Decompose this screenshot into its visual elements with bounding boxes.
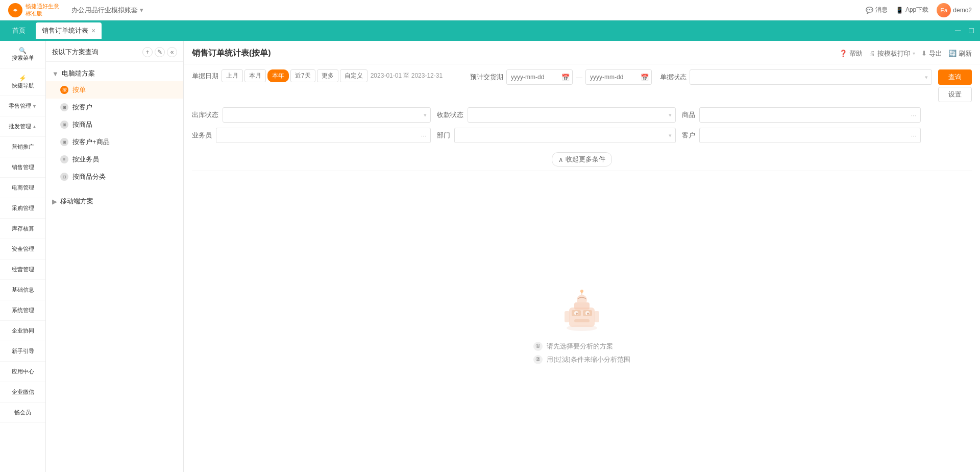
mobile-icon: 📱 bbox=[896, 7, 903, 14]
delivery-status-select[interactable] bbox=[223, 107, 431, 123]
tab-minimize-icon[interactable]: ─ bbox=[953, 24, 963, 37]
product-dots[interactable]: ··· bbox=[911, 111, 916, 119]
message-icon: 💬 bbox=[866, 7, 873, 14]
sidebar-item-wechat[interactable]: 企业微信 bbox=[0, 382, 45, 403]
retail-arrow-icon: ▼ bbox=[32, 104, 37, 109]
scheme-item-by-category[interactable]: ⊟ 按商品分类 bbox=[46, 168, 183, 185]
scheme-section-title-desktop[interactable]: ▼ 电脑端方案 bbox=[46, 66, 183, 81]
svg-point-9 bbox=[587, 313, 589, 315]
expected-date-label: 预计交货期 bbox=[470, 73, 503, 82]
user-menu[interactable]: Ea demo2 bbox=[937, 3, 972, 17]
wholesale-arrow-icon: ▲ bbox=[32, 124, 37, 129]
sidebar-item-sales[interactable]: 销售管理 bbox=[0, 157, 45, 178]
scheme-item-by-order[interactable]: 按 按单 bbox=[46, 81, 183, 99]
page-title: 销售订单统计表(按单) bbox=[192, 48, 271, 59]
top-bar-left: 畅捷通好生意 标准版 办公用品行业模拟账套 ▾ bbox=[8, 3, 143, 17]
scheme-collapse-button[interactable]: « bbox=[167, 47, 177, 57]
scheme-item-by-customer-product[interactable]: ⊞ 按客户+商品 bbox=[46, 133, 183, 151]
sidebar-item-purchase[interactable]: 采购管理 bbox=[0, 198, 45, 219]
sidebar-item-appstore[interactable]: 应用中心 bbox=[0, 362, 45, 382]
scheme-add-button[interactable]: + bbox=[142, 47, 153, 57]
sidebar-item-ecommerce[interactable]: 电商管理 bbox=[0, 178, 45, 198]
help-icon: ❓ bbox=[839, 50, 847, 57]
status-select[interactable] bbox=[690, 69, 932, 85]
template-print-button[interactable]: 🖨 按模板打印 ▾ bbox=[869, 49, 915, 58]
help-button[interactable]: ❓ 帮助 bbox=[839, 49, 863, 58]
svg-point-8 bbox=[576, 313, 578, 315]
scheme-section-mobile: ▶ 移动端方案 bbox=[46, 190, 183, 213]
scheme-header-actions: + ✎ « bbox=[142, 47, 177, 57]
customer-label: 客户 bbox=[682, 131, 695, 140]
department-label: 部门 bbox=[437, 131, 450, 140]
tab-bar-actions: ─ □ bbox=[953, 24, 976, 37]
date-label: 单据日期 bbox=[192, 72, 218, 81]
sidebar-item-collaboration[interactable]: 企业协同 bbox=[0, 321, 45, 341]
logo-area[interactable]: 畅捷通好生意 标准版 bbox=[8, 3, 59, 17]
delivery-status-label: 出库状态 bbox=[192, 110, 218, 120]
sidebar-item-shortcuts[interactable]: ⚡ 快捷导航 bbox=[0, 68, 45, 96]
payment-status-select[interactable] bbox=[468, 107, 676, 123]
sidebar-item-search[interactable]: 🔍 搜索菜单 bbox=[0, 41, 45, 68]
shortcuts-icon: ⚡ bbox=[3, 75, 42, 82]
collapse-more-button[interactable]: ∧ 收起更多条件 bbox=[552, 152, 612, 167]
date-btn-7days[interactable]: 近7天 bbox=[290, 69, 315, 82]
date-range-display: 2023-01-01 至 2023-12-31 bbox=[371, 72, 443, 80]
sidebar-item-marketing[interactable]: 营销推广 bbox=[0, 137, 45, 157]
sidebar-item-system[interactable]: 系统管理 bbox=[0, 300, 45, 321]
print-icon: 🖨 bbox=[869, 50, 875, 57]
app-download-button[interactable]: 📱 App下载 bbox=[896, 6, 928, 14]
section-arrow-icon: ▼ bbox=[52, 70, 59, 78]
date-btn-more[interactable]: 更多 bbox=[317, 69, 338, 82]
scheme-icon-product: ⊞ bbox=[60, 121, 68, 129]
refresh-button[interactable]: 🔄 刷新 bbox=[948, 49, 972, 58]
date-btn-this-year[interactable]: 本年 bbox=[267, 69, 289, 82]
date-btn-last-month[interactable]: 上月 bbox=[222, 69, 243, 82]
tab-close-icon[interactable]: × bbox=[91, 27, 95, 35]
status-label: 单据状态 bbox=[660, 73, 687, 82]
empty-hint-2: ② 用[过滤]条件来缩小分析范围 bbox=[533, 355, 630, 364]
tab-home[interactable]: 首页 bbox=[4, 20, 34, 41]
scheme-item-by-product[interactable]: ⊞ 按商品 bbox=[46, 116, 183, 133]
scheme-item-by-customer[interactable]: ⊞ 按客户 bbox=[46, 99, 183, 116]
print-dropdown-icon: ▾ bbox=[913, 51, 915, 56]
tab-bar: 首页 销售订单统计表 × ─ □ bbox=[0, 20, 980, 41]
svg-point-11 bbox=[577, 295, 587, 305]
calendar-to-icon: 📅 bbox=[641, 74, 649, 81]
refresh-icon: 🔄 bbox=[948, 50, 957, 57]
sidebar-item-guide[interactable]: 新手引导 bbox=[0, 341, 45, 362]
svg-rect-5 bbox=[574, 319, 590, 322]
sidebar-item-vip[interactable]: 畅会员 bbox=[0, 403, 45, 423]
query-actions: 查询 设置 bbox=[938, 69, 972, 102]
calendar-from-icon: 📅 bbox=[561, 74, 570, 81]
date-btn-this-month[interactable]: 本月 bbox=[244, 69, 266, 82]
scheme-icon-customer-product: ⊞ bbox=[60, 138, 68, 146]
collapse-icon: « bbox=[170, 49, 174, 56]
tab-active[interactable]: 销售订单统计表 × bbox=[36, 22, 102, 39]
hint-num-2: ② bbox=[533, 355, 543, 364]
setting-button[interactable]: 设置 bbox=[938, 87, 972, 102]
date-btn-custom[interactable]: 自定义 bbox=[340, 69, 368, 82]
export-button[interactable]: ⬇ 导出 bbox=[921, 49, 942, 58]
sidebar-item-inventory[interactable]: 库存核算 bbox=[0, 219, 45, 239]
query-button[interactable]: 查询 bbox=[938, 69, 972, 85]
sidebar-item-basic[interactable]: 基础信息 bbox=[0, 280, 45, 300]
hint-num-1: ① bbox=[533, 342, 543, 351]
export-icon: ⬇ bbox=[921, 50, 927, 57]
scheme-header-label: 按以下方案查询 bbox=[52, 48, 99, 57]
scheme-section-title-mobile[interactable]: ▶ 移动端方案 bbox=[46, 194, 183, 209]
main-layout: 🔍 搜索菜单 ⚡ 快捷导航 零售管理 ▼ 批发管理 ▲ 营销推广 销售管理 电商… bbox=[0, 41, 980, 472]
customer-dots[interactable]: ··· bbox=[911, 132, 916, 139]
salesperson-dots[interactable]: ··· bbox=[421, 132, 426, 139]
sidebar-item-retail[interactable]: 零售管理 ▼ bbox=[0, 96, 45, 116]
edit-icon: ✎ bbox=[157, 49, 162, 56]
sidebar-item-wholesale[interactable]: 批发管理 ▲ bbox=[0, 116, 45, 137]
scheme-edit-button[interactable]: ✎ bbox=[155, 47, 165, 57]
sidebar-item-operations[interactable]: 经营管理 bbox=[0, 259, 45, 280]
tab-maximize-icon[interactable]: □ bbox=[967, 24, 976, 37]
empty-hints: ① 请先选择要分析的方案 ② 用[过滤]条件来缩小分析范围 bbox=[533, 342, 630, 364]
message-button[interactable]: 💬 消息 bbox=[866, 6, 888, 14]
scheme-item-by-salesperson[interactable]: ≡ 按业务员 bbox=[46, 151, 183, 168]
department-select[interactable] bbox=[454, 128, 676, 143]
breadcrumb[interactable]: 办公用品行业模拟账套 ▾ bbox=[71, 6, 143, 15]
sidebar-item-finance[interactable]: 资金管理 bbox=[0, 239, 45, 259]
